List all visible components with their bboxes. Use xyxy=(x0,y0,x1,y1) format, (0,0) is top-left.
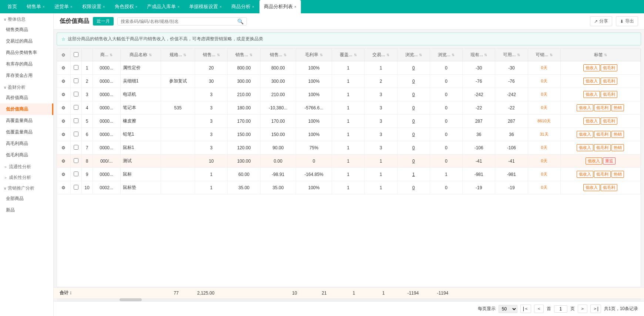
checkbox-cell[interactable] xyxy=(70,154,81,168)
page-size-select[interactable]: 50 100 xyxy=(499,305,517,313)
browse1-link[interactable]: 0 xyxy=(412,119,415,124)
checkbox-cell[interactable] xyxy=(70,168,81,181)
nav-close-icon[interactable]: × xyxy=(219,5,222,9)
gear-cell[interactable]: ⚙ xyxy=(57,181,70,194)
row-checkbox[interactable] xyxy=(74,105,78,110)
sales-price-col-header[interactable]: 销售... ⇅ xyxy=(228,49,260,61)
nav-close-icon[interactable]: × xyxy=(103,5,105,9)
sidebar-item-高价值商品[interactable]: 高价值商品 xyxy=(0,92,53,103)
checkbox-cell[interactable] xyxy=(70,61,81,75)
select-all-checkbox[interactable] xyxy=(74,52,78,57)
sellable-col-header[interactable]: 可销... ⇅ xyxy=(528,49,560,61)
row-checkbox[interactable] xyxy=(74,158,78,163)
sidebar-item-交易过的商品[interactable]: 交易过的商品 xyxy=(0,35,53,47)
share-button[interactable]: ↗ 分享 xyxy=(590,16,612,26)
row-checkbox[interactable] xyxy=(74,78,78,83)
row-gear-icon[interactable]: ⚙ xyxy=(61,132,66,137)
sidebar-item-全部商品[interactable]: 全部商品 xyxy=(0,193,53,204)
sidebar-item-低毛利商品[interactable]: 低毛利商品 xyxy=(0,149,53,161)
code-col-header[interactable]: 商... ⇅ xyxy=(93,49,120,61)
gear-cell[interactable]: ⚙ xyxy=(57,101,70,115)
sidebar-section-盈财分析[interactable]: ∨盈财分析 xyxy=(0,81,53,92)
tag-col-header[interactable]: 标签 ⇅ xyxy=(560,49,640,61)
browse1-cell[interactable]: 0 xyxy=(397,115,430,128)
row-checkbox[interactable] xyxy=(74,92,78,96)
gear-cell[interactable]: ⚙ xyxy=(57,75,70,88)
checkbox-cell[interactable] xyxy=(70,101,81,115)
prev-page-button[interactable]: ＜ xyxy=(534,305,544,313)
nav-close-icon[interactable]: × xyxy=(252,5,254,9)
row-gear-icon[interactable]: ⚙ xyxy=(61,105,66,111)
checkbox-cell[interactable] xyxy=(70,181,81,194)
nav-item-商品分析[interactable]: 商品分析× xyxy=(227,0,259,13)
checkbox-col-header[interactable] xyxy=(70,49,81,61)
last-page-button[interactable]: ＞| xyxy=(590,305,601,313)
browse1-cell[interactable]: 0 xyxy=(397,154,430,168)
row-checkbox[interactable] xyxy=(74,65,78,70)
sidebar-section-成长性分析[interactable]: ＞成长性分析 xyxy=(0,171,53,182)
browse1-cell[interactable]: 0 xyxy=(397,75,430,88)
browse1-link[interactable]: 0 xyxy=(412,159,415,164)
row-checkbox[interactable] xyxy=(74,185,78,190)
nav-close-icon[interactable]: × xyxy=(43,5,45,9)
row-gear-icon[interactable]: ⚙ xyxy=(61,92,66,97)
browse1-link[interactable]: 0 xyxy=(412,92,415,97)
name-col-header[interactable]: 商品名称 ⇅ xyxy=(120,49,161,61)
browse1-link[interactable]: 0 xyxy=(412,185,415,190)
browse1-cell[interactable]: 1 xyxy=(397,168,430,181)
nav-item-单据模板设置[interactable]: 单据模板设置× xyxy=(185,0,226,13)
browse1-col-header[interactable]: 浏览... ⇅ xyxy=(397,49,430,61)
row-gear-icon[interactable]: ⚙ xyxy=(61,145,66,150)
checkbox-cell[interactable] xyxy=(70,128,81,141)
coverage-col-header[interactable]: 覆盖... ⇅ xyxy=(332,49,365,61)
sidebar-item-库存资金占用[interactable]: 库存资金占用 xyxy=(0,70,53,81)
export-button[interactable]: ⬇ 导出 xyxy=(616,16,638,26)
sidebar-item-新品[interactable]: 新品 xyxy=(0,204,53,216)
gear-cell[interactable]: ⚙ xyxy=(57,88,70,101)
sidebar-item-高毛利商品[interactable]: 高毛利商品 xyxy=(0,138,53,149)
row-gear-icon[interactable]: ⚙ xyxy=(61,172,66,177)
row-checkbox[interactable] xyxy=(74,132,78,136)
filter-button[interactable]: 近一月 xyxy=(93,17,114,26)
checkbox-cell[interactable] xyxy=(70,115,81,128)
checkbox-cell[interactable] xyxy=(70,141,81,154)
browse1-link[interactable]: 0 xyxy=(412,65,415,71)
current-col-header[interactable]: 现有... ⇅ xyxy=(463,49,495,61)
usable-col-header[interactable]: 可用... ⇅ xyxy=(495,49,528,61)
page-number-input[interactable] xyxy=(554,305,567,313)
row-gear-icon[interactable]: ⚙ xyxy=(61,65,66,71)
nav-close-icon[interactable]: × xyxy=(70,5,73,9)
browse1-link[interactable]: 0 xyxy=(412,145,415,150)
checkbox-cell[interactable] xyxy=(70,75,81,88)
browse1-cell[interactable]: 0 xyxy=(397,101,430,115)
horizontal-scrollbar[interactable] xyxy=(57,298,641,301)
row-checkbox[interactable] xyxy=(74,171,78,176)
gross-rate-col-header[interactable]: 毛利率 ⇅ xyxy=(296,49,332,61)
nav-item-产成品入库单[interactable]: 产成品入库单× xyxy=(142,0,184,13)
sales-amount-col-header[interactable]: 销售... ⇅ xyxy=(260,49,296,61)
nav-item-进货单[interactable]: 进货单× xyxy=(50,0,77,13)
browse1-link[interactable]: 1 xyxy=(412,172,415,177)
browse1-link[interactable]: 0 xyxy=(412,105,415,111)
gear-cell[interactable]: ⚙ xyxy=(57,168,70,181)
sidebar-item-商品分类销售率[interactable]: 商品分类销售率 xyxy=(0,47,53,58)
sidebar-item-高覆盖量商品[interactable]: 高覆盖量商品 xyxy=(0,115,53,126)
gear-cell[interactable]: ⚙ xyxy=(57,141,70,154)
spec-col-header[interactable]: 规格... ⇅ xyxy=(161,49,195,61)
row-gear-icon[interactable]: ⚙ xyxy=(61,159,66,164)
search-input[interactable] xyxy=(121,19,237,24)
nav-item-商品分析列表[interactable]: 商品分析列表× xyxy=(259,0,301,13)
nav-close-icon[interactable]: × xyxy=(294,5,296,9)
gear-cell[interactable]: ⚙ xyxy=(57,128,70,141)
browse2-col-header[interactable]: 浏览... ⇅ xyxy=(430,49,462,61)
checkbox-cell[interactable] xyxy=(70,88,81,101)
sidebar-item-低覆盖量商品[interactable]: 低覆盖量商品 xyxy=(0,126,53,138)
gear-cell[interactable]: ⚙ xyxy=(57,61,70,75)
scrollbar-thumb[interactable] xyxy=(120,298,142,301)
row-gear-icon[interactable]: ⚙ xyxy=(61,79,66,84)
sidebar-section-营销推广分析[interactable]: ∨营销推广分析 xyxy=(0,182,53,193)
nav-close-icon[interactable]: × xyxy=(135,5,138,9)
browse1-cell[interactable]: 0 xyxy=(397,88,430,101)
transaction-col-header[interactable]: 交易... ⇅ xyxy=(365,49,397,61)
browse1-cell[interactable]: 0 xyxy=(397,181,430,194)
